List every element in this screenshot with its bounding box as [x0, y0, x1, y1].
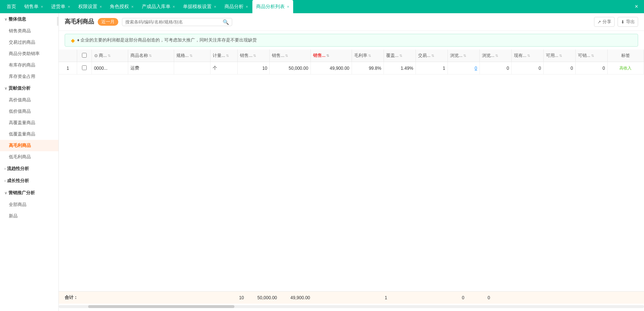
sidebar-item-low-value[interactable]: 低价值商品 — [0, 106, 58, 117]
th-stock1-sort[interactable]: ⇅ — [527, 54, 530, 58]
th-stock2-sort[interactable]: ⇅ — [559, 54, 562, 58]
nav-template-close[interactable]: × — [214, 4, 216, 9]
sidebar-item-stock-capital[interactable]: 库存资金占用 — [0, 71, 58, 82]
content-header: 高毛利商品 近一月 🔍 ↗ 分享 ⬇ 导出 — [59, 13, 644, 31]
th-name-sort[interactable]: ⇅ — [149, 54, 152, 58]
nav-analysis-list-label: 商品分析列表 — [256, 3, 285, 10]
sidebar-item-new-goods[interactable]: 新品 — [0, 210, 58, 222]
th-tag: 标签 — [607, 50, 644, 62]
footer-label: 合计： — [59, 294, 147, 301]
th-stock2-label: 可用... — [546, 53, 558, 59]
window-close-button[interactable]: × — [632, 3, 641, 10]
table-body: 1 0000... 运费 个 10 50,000.00 49,900.00 99… — [59, 62, 644, 75]
nav-analysis-list-close[interactable]: × — [287, 4, 289, 9]
th-cover: 覆盖... ⇅ — [384, 50, 415, 62]
th-browse2: 浏览... ⇅ — [479, 50, 511, 62]
nav-sales[interactable]: 销售单 × — [21, 0, 47, 13]
nav-analysis-list[interactable]: 商品分析列表 × — [252, 0, 293, 13]
th-code-sort[interactable]: ⇅ — [108, 54, 111, 58]
sidebar-item-category-rate[interactable]: 商品分类助销率 — [0, 48, 58, 59]
th-sales-profit-label: 销售... — [313, 53, 325, 59]
th-name-label: 商品名称 — [130, 53, 148, 59]
sidebar-item-all-goods[interactable]: 全部商品 — [0, 199, 58, 210]
sidebar-item-low-margin[interactable]: 低毛利商品 — [0, 151, 58, 163]
info-icon: ◆ — [71, 37, 75, 43]
sidebar-item-low-coverage[interactable]: 低覆盖量商品 — [0, 129, 58, 140]
th-spec-label: 规格... — [176, 53, 189, 59]
cell-trade: 1 — [415, 62, 447, 75]
sidebar-section-overall[interactable]: ∨ 整体信息 — [0, 13, 58, 25]
nav-role-label: 角色授权 — [110, 3, 129, 10]
nav-permission[interactable]: 权限设置 × — [75, 0, 105, 13]
search-input[interactable] — [125, 19, 220, 25]
th-check[interactable] — [77, 50, 92, 62]
select-all-checkbox[interactable] — [82, 53, 87, 58]
sidebar-item-sales-goods[interactable]: 销售类商品 — [0, 25, 58, 37]
th-margin: 毛利率 ⇅ — [352, 50, 384, 62]
sidebar-section-marketing-label: 营销推广分析 — [8, 190, 35, 196]
search-box: 🔍 — [122, 18, 232, 26]
nav-analysis[interactable]: 商品分析 × — [221, 0, 252, 13]
th-browse1-sort[interactable]: ⇅ — [463, 54, 466, 58]
sidebar-item-traded-goods[interactable]: 交易过的商品 — [0, 37, 58, 48]
th-cover-sort[interactable]: ⇅ — [399, 54, 402, 58]
th-num — [59, 50, 77, 62]
nav-permission-close[interactable]: × — [100, 4, 102, 9]
horizontal-scrollbar[interactable] — [59, 305, 644, 308]
nav-home[interactable]: 首页 — [3, 0, 20, 13]
table-wrapper[interactable]: ⚙ 商... ⇅ 商品名称 ⇅ — [59, 50, 644, 311]
nav-role[interactable]: 角色授权 × — [106, 0, 137, 13]
sidebar-section-trend[interactable]: › 流趋性分析 — [0, 163, 58, 175]
sidebar-section-growth[interactable]: › 成长性分析 — [0, 175, 58, 187]
th-browse2-label: 浏览... — [482, 53, 494, 59]
sidebar-section-contribution-label: 贡献值分析 — [8, 85, 30, 91]
cell-stock3: 0 — [575, 62, 607, 75]
th-margin-sort[interactable]: ⇅ — [368, 54, 371, 58]
settings-icon[interactable]: ⚙ — [94, 53, 98, 58]
th-spec-sort[interactable]: ⇅ — [190, 54, 193, 58]
sidebar-collapse-button[interactable]: « — [57, 17, 59, 26]
filter-recent-month-button[interactable]: 近一月 — [98, 18, 118, 26]
nav-product-stock-close[interactable]: × — [173, 4, 175, 9]
th-sales-qty-sort[interactable]: ⇅ — [253, 54, 256, 58]
nav-product-stock[interactable]: 产成品入库单 × — [138, 0, 179, 13]
nav-purchase[interactable]: 进货单 × — [47, 0, 73, 13]
th-tag-label: 标签 — [621, 53, 630, 58]
th-cover-label: 覆盖... — [386, 53, 399, 59]
th-trade: 交易... ⇅ — [415, 50, 447, 62]
sidebar-section-marketing-arrow: ∨ — [4, 191, 7, 195]
th-sales-profit-sort[interactable]: ⇅ — [326, 54, 329, 58]
th-browse2-sort[interactable]: ⇅ — [495, 54, 498, 58]
cell-check[interactable] — [77, 62, 92, 75]
tag-high-income-badge: 高收入 — [619, 66, 632, 70]
cell-browse1[interactable]: 0 — [447, 62, 479, 75]
share-button[interactable]: ↗ 分享 — [594, 17, 615, 27]
sidebar-item-high-value[interactable]: 高价值商品 — [0, 94, 58, 106]
nav-role-close[interactable]: × — [131, 4, 133, 9]
export-button[interactable]: ⬇ 导出 — [618, 17, 638, 27]
cell-unit: 个 — [210, 62, 238, 75]
th-sales-amt-sort[interactable]: ⇅ — [285, 54, 288, 58]
sidebar-item-in-stock-goods[interactable]: 有库存的商品 — [0, 59, 58, 71]
table-footer: 合计： 10 50,000.00 49,900.00 1 0 0 — [59, 291, 644, 304]
row-checkbox[interactable] — [82, 65, 87, 70]
sidebar-item-high-margin[interactable]: 高毛利商品 — [0, 140, 58, 151]
th-trade-sort[interactable]: ⇅ — [431, 54, 434, 58]
th-stock3-sort[interactable]: ⇅ — [591, 54, 594, 58]
scrollbar-thumb[interactable] — [88, 305, 234, 308]
sidebar-section-contribution[interactable]: ∨ 贡献值分析 — [0, 82, 58, 94]
sidebar-section-marketing[interactable]: ∨ 营销推广分析 — [0, 187, 58, 199]
data-table: ⚙ 商... ⇅ 商品名称 ⇅ — [59, 50, 644, 75]
sidebar-item-high-coverage[interactable]: 高覆盖量商品 — [0, 117, 58, 129]
nav-purchase-close[interactable]: × — [68, 4, 70, 9]
nav-sales-close[interactable]: × — [41, 4, 43, 9]
search-icon[interactable]: 🔍 — [223, 19, 229, 25]
th-unit-sort[interactable]: ⇅ — [226, 54, 229, 58]
nav-analysis-close[interactable]: × — [246, 4, 248, 9]
info-banner: ◆ ♦ 企业的主要的利润都是这部分商品创造的，可考虑加大推广，同时关注库存是不要… — [65, 34, 638, 47]
sidebar-section-growth-arrow: › — [4, 179, 6, 183]
nav-purchase-label: 进货单 — [51, 3, 65, 10]
th-stock1: 现有... ⇅ — [511, 50, 543, 62]
nav-template[interactable]: 单据模板设置 × — [179, 0, 220, 13]
cell-code: 0000... — [91, 62, 128, 75]
